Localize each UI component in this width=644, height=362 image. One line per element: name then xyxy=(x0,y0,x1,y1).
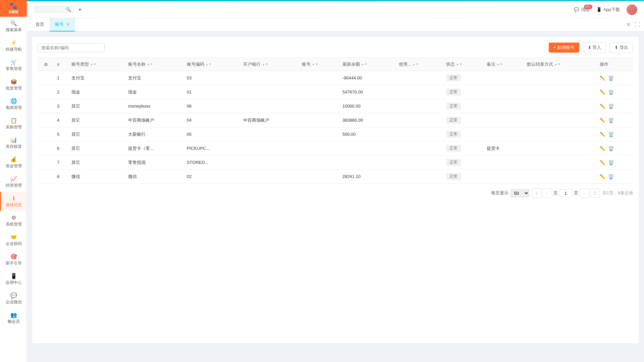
sidebar-item-corp-wechat[interactable]: 💬 企业微信 xyxy=(0,289,26,308)
tab-home[interactable]: 首页 xyxy=(30,18,50,32)
sort-account-icon: ▲▼ xyxy=(312,63,318,66)
sidebar-item-finance[interactable]: 💰 资金管理 xyxy=(0,153,26,172)
cell-status: 正常 xyxy=(443,99,484,113)
sidebar-item-inventory[interactable]: 📊 库存核算 xyxy=(0,133,26,153)
message-button[interactable]: 💬 消息 99+ xyxy=(574,7,590,13)
cell-balance: 500.00 xyxy=(340,127,396,141)
col-settlement[interactable]: 默认结算方式 ▲▼ xyxy=(524,58,597,71)
page-next-button[interactable]: › xyxy=(580,188,589,198)
sidebar-item-corp-agreement[interactable]: 🤝 企业协同 xyxy=(0,231,26,250)
edit-icon[interactable]: ✏️ xyxy=(600,174,605,179)
cell-type: 微信 xyxy=(69,170,125,184)
sort-status-icon: ▲▼ xyxy=(456,63,463,66)
col-status[interactable]: 状态 ▲▼ xyxy=(443,58,484,71)
col-type[interactable]: 账号类型 ▲▼ xyxy=(69,58,125,71)
tab-close-icon[interactable]: ✕ xyxy=(66,22,70,27)
status-badge: 正常 xyxy=(446,74,461,81)
basic-info-icon: ℹ xyxy=(3,195,25,201)
tab-account[interactable]: 账号 ✕ xyxy=(50,18,75,32)
header-search-box[interactable]: 🔍 xyxy=(34,6,74,13)
sidebar-item-operations[interactable]: 📈 经营管理 xyxy=(0,172,26,192)
sidebar-item-member[interactable]: 👥 畅会员 xyxy=(0,308,26,328)
cell-status: 正常 xyxy=(443,71,484,85)
cell-settings xyxy=(38,85,54,99)
cell-type: 其它 xyxy=(69,141,125,156)
account-search-button[interactable]: 🔍 xyxy=(101,44,105,52)
account-search-input[interactable] xyxy=(38,44,101,52)
col-code[interactable]: 账号编码 ▲▼ xyxy=(184,58,241,71)
delete-icon[interactable]: 🗑️ xyxy=(608,75,614,81)
sort-name-icon: ▲▼ xyxy=(147,63,153,66)
sidebar-item-search-menu[interactable]: 🔍 搜索菜单 xyxy=(0,17,26,36)
header-left: 🔍 ▾ xyxy=(34,6,81,13)
cell-remark xyxy=(484,113,524,127)
col-balance[interactable]: 最新余额 ▲▼ xyxy=(340,58,396,71)
page-first-button[interactable]: ⟪ xyxy=(532,188,541,198)
edit-icon[interactable]: ✏️ xyxy=(600,160,605,165)
sidebar-item-retail[interactable]: 🛒 零售管理 xyxy=(0,56,26,75)
col-remark[interactable]: 备注 ▲▼ xyxy=(484,58,524,71)
sidebar-item-label: 基础信息 xyxy=(3,202,25,208)
edit-icon[interactable]: ✏️ xyxy=(600,89,605,95)
col-bank[interactable]: 开户银行 ▲▼ xyxy=(240,58,299,71)
user-avatar[interactable] xyxy=(627,4,637,15)
edit-icon[interactable]: ✏️ xyxy=(600,104,605,109)
table-row: 1 支付宝 支付宝 03 -90444.00 正常 ✏️ 🗑️ xyxy=(38,71,633,85)
tab-expand-action-icon[interactable]: ⛶ xyxy=(634,21,641,28)
delete-icon[interactable]: 🗑️ xyxy=(608,132,614,137)
sidebar-item-label: 经营管理 xyxy=(3,183,25,188)
edit-icon[interactable]: ✏️ xyxy=(600,75,605,81)
delete-icon[interactable]: 🗑️ xyxy=(608,174,614,179)
add-account-button[interactable]: + 新增账号 xyxy=(549,43,579,53)
per-page-selector[interactable]: 每页显示 10 20 50 100 xyxy=(491,189,529,197)
cell-code: 02 xyxy=(184,170,241,184)
top-header: 🔍 ▾ 💬 消息 99+ 📱 App下载 xyxy=(27,1,644,18)
sidebar-item-wholesale[interactable]: 📦 批发管理 xyxy=(0,75,26,95)
wholesale-icon: 📦 xyxy=(3,78,25,85)
col-settings[interactable]: ⚙ xyxy=(38,58,54,71)
sidebar-item-purchase[interactable]: 📋 采购管理 xyxy=(0,114,26,133)
col-usage[interactable]: 使用... ▲▼ xyxy=(396,58,443,71)
sidebar-item-label: 应用中心 xyxy=(3,280,25,286)
search-icon: 🔍 xyxy=(104,45,105,50)
cell-status: 正常 xyxy=(443,141,484,156)
per-page-select-input[interactable]: 10 20 50 100 xyxy=(511,189,529,197)
status-badge: 正常 xyxy=(446,131,461,138)
sidebar-item-basic-info[interactable]: ℹ 基础信息 xyxy=(0,192,26,211)
delete-icon[interactable]: 🗑️ xyxy=(608,118,614,123)
delete-icon[interactable]: 🗑️ xyxy=(608,146,614,151)
edit-icon[interactable]: ✏️ xyxy=(600,118,605,123)
cell-usage xyxy=(396,127,443,141)
page-number-input[interactable] xyxy=(559,189,573,197)
edit-icon[interactable]: ✏️ xyxy=(600,146,605,151)
app-download-icon: 📱 xyxy=(596,7,602,12)
cell-name: 大新银行 xyxy=(125,127,184,141)
edit-icon[interactable]: ✏️ xyxy=(600,132,605,137)
header-dropdown[interactable]: ▾ xyxy=(79,7,81,12)
col-account[interactable]: 账号 ▲▼ xyxy=(299,58,339,71)
account-search-box[interactable]: 🔍 xyxy=(38,43,105,52)
sidebar-item-quick-nav[interactable]: ⚡ 快捷导航 xyxy=(0,36,26,56)
tab-close-action-icon[interactable]: ✕ xyxy=(626,21,631,28)
delete-icon[interactable]: 🗑️ xyxy=(608,104,614,109)
sidebar-item-newbie[interactable]: 🎯 新手引导 xyxy=(0,250,26,269)
cell-actions: ✏️ 🗑️ xyxy=(597,141,633,156)
delete-icon[interactable]: 🗑️ xyxy=(608,160,614,165)
sidebar-item-app-center[interactable]: 📱 应用中心 xyxy=(0,269,26,289)
app-download-button[interactable]: 📱 App下载 xyxy=(596,7,620,13)
page-prev-button[interactable]: ‹ xyxy=(543,188,552,198)
col-name[interactable]: 账号名称 ▲▼ xyxy=(125,58,184,71)
cell-bank xyxy=(240,85,299,99)
cell-type: 支付宝 xyxy=(69,71,125,85)
sidebar-item-ecommerce[interactable]: 🌐 电商管理 xyxy=(0,95,26,114)
import-button[interactable]: ⬇ 导入 xyxy=(583,42,606,53)
cell-bank xyxy=(240,170,299,184)
delete-icon[interactable]: 🗑️ xyxy=(608,89,614,95)
export-button[interactable]: ⬆ 导出 xyxy=(609,42,633,53)
page-last-button[interactable]: ⟫ xyxy=(590,188,600,198)
sidebar-item-system[interactable]: ⚙ 系统管理 xyxy=(0,211,26,231)
cell-status: 正常 xyxy=(443,85,484,99)
cell-settlement xyxy=(524,141,597,156)
header-search-input[interactable] xyxy=(37,7,64,12)
search-menu-icon: 🔍 xyxy=(3,20,25,26)
